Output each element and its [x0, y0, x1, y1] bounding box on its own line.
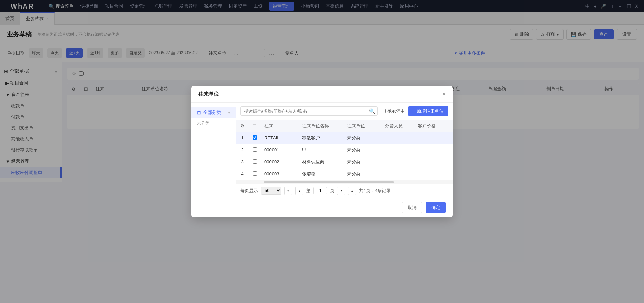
- modal-body: ⊞ 全部分类 « 未分类 🔍 显示停用: [191, 103, 453, 198]
- modal-search-icon: 🔍: [369, 108, 375, 114]
- row-name: 零散客户: [299, 132, 344, 144]
- modal-partner-table: ⚙ ☐ 往来... 往来单位名称 往来单位... 分管人员 客户价格...: [236, 120, 453, 180]
- modal-col-code: 往来...: [261, 120, 299, 132]
- modal-header: 往来单位 ×: [191, 86, 453, 103]
- total-info: 共1页，4条记录: [359, 188, 391, 194]
- row-category: 未分类: [344, 144, 382, 156]
- page-label: 第: [306, 188, 311, 194]
- row-category: 未分类: [344, 168, 382, 180]
- modal-table-row[interactable]: 1 RETAIL_... 零散客户 未分类: [236, 132, 453, 144]
- last-page-btn[interactable]: »: [348, 187, 356, 195]
- modal-table-row[interactable]: 2 000001 甲 未分类: [236, 144, 453, 156]
- grid-icon2: ⊞: [197, 110, 201, 115]
- per-page-label: 每页显示: [240, 188, 258, 194]
- partner-modal: 往来单位 × ⊞ 全部分类 « 未分类 🔍: [191, 86, 453, 217]
- first-page-btn[interactable]: «: [284, 187, 292, 195]
- modal-sidebar-all[interactable]: ⊞ 全部分类 «: [191, 107, 236, 118]
- row-manager: [381, 144, 414, 156]
- modal-col-price: 客户价格...: [414, 120, 453, 132]
- per-page-select[interactable]: 50 100 200: [261, 187, 281, 195]
- modal-overlay: 往来单位 × ⊞ 全部分类 « 未分类 🔍: [0, 0, 644, 303]
- row-price: [414, 168, 453, 180]
- modal-col-checkbox[interactable]: ☐: [248, 120, 261, 132]
- row-manager: [381, 168, 414, 180]
- modal-col-manager: 分管人员: [381, 120, 414, 132]
- collapse-modal-sidebar-btn[interactable]: «: [228, 110, 230, 115]
- row-category: 未分类: [344, 156, 382, 168]
- row-code: 000001: [261, 144, 299, 156]
- new-partner-btn[interactable]: + 新增往来单位: [408, 106, 448, 116]
- horizontal-scrollbar[interactable]: [236, 180, 453, 184]
- row-category: 未分类: [344, 132, 382, 144]
- row-checkbox[interactable]: [248, 144, 261, 156]
- modal-sidebar: ⊞ 全部分类 « 未分类: [191, 103, 236, 198]
- scrollbar-thumb[interactable]: [264, 181, 394, 183]
- modal-close-btn[interactable]: ×: [442, 91, 446, 97]
- modal-col-category: 往来单位...: [344, 120, 382, 132]
- row-manager: [381, 156, 414, 168]
- pagination-bar: 每页显示 50 100 200 « ‹ 第 页 › » 共1页，4条记录: [236, 184, 453, 198]
- modal-title: 往来单位: [198, 91, 219, 97]
- row-price: [414, 156, 453, 168]
- show-disabled-checkbox[interactable]: [381, 109, 386, 113]
- modal-col-settings[interactable]: ⚙: [236, 120, 248, 132]
- cancel-button[interactable]: 取消: [402, 202, 422, 213]
- row-setting: 3: [236, 156, 248, 168]
- row-code: RETAIL_...: [261, 132, 299, 144]
- modal-table-row[interactable]: 3 000002 材料供应商 未分类: [236, 156, 453, 168]
- row-name: 张嘟嘟: [299, 168, 344, 180]
- modal-table-wrap: ⚙ ☐ 往来... 往来单位名称 往来单位... 分管人员 客户价格...: [236, 120, 453, 180]
- modal-table-row[interactable]: 4 000003 张嘟嘟 未分类: [236, 168, 453, 180]
- row-name: 材料供应商: [299, 156, 344, 168]
- row-price: [414, 144, 453, 156]
- page-num-input[interactable]: [313, 187, 327, 194]
- row-checkbox[interactable]: [248, 132, 261, 144]
- row-code: 000002: [261, 156, 299, 168]
- modal-search-input[interactable]: [240, 106, 378, 116]
- row-checkbox[interactable]: [248, 168, 261, 180]
- next-page-btn[interactable]: ›: [337, 187, 345, 195]
- row-price: [414, 132, 453, 144]
- row-checkbox[interactable]: [248, 156, 261, 168]
- row-setting: 2: [236, 144, 248, 156]
- prev-page-btn[interactable]: ‹: [295, 187, 303, 195]
- modal-search-wrap: 🔍: [240, 106, 378, 116]
- modal-unclassified: 未分类: [191, 118, 236, 128]
- modal-col-name: 往来单位名称: [299, 120, 344, 132]
- modal-main: 🔍 显示停用 + 新增往来单位 ⚙ ☐: [236, 103, 453, 198]
- row-setting: 1: [236, 132, 248, 144]
- row-code: 000003: [261, 168, 299, 180]
- row-manager: [381, 132, 414, 144]
- modal-toolbar: 🔍 显示停用 + 新增往来单位: [236, 103, 453, 120]
- row-name: 甲: [299, 144, 344, 156]
- show-disabled-wrap: 显示停用: [381, 108, 405, 114]
- confirm-button[interactable]: 确定: [426, 202, 446, 213]
- modal-footer: 取消 确定: [191, 198, 453, 217]
- row-setting: 4: [236, 168, 248, 180]
- page-suffix: 页: [330, 188, 334, 194]
